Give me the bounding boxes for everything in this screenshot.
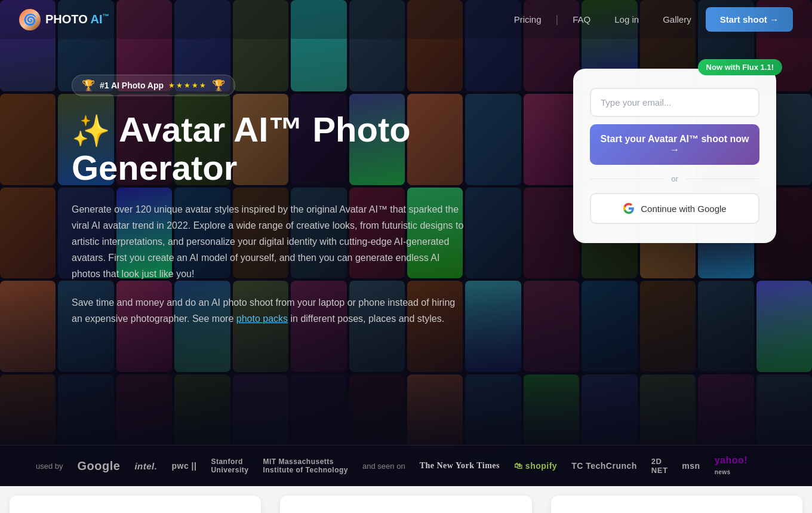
- hero-section: 🏆 #1 AI Photo App ★★★★★ 🏆 ✨ Avatar AI™ P…: [0, 39, 812, 445]
- trust-bar: used by Google intel. pwc || StanfordUni…: [0, 445, 812, 486]
- award-text: #1 AI Photo App: [100, 81, 164, 90]
- google-trust-logo: Google: [78, 459, 121, 473]
- navbar: 🌀 PHOTO AI™ Pricing | FAQ Log in Gallery…: [0, 0, 812, 39]
- yahoo-trust-logo: yahoo!news: [715, 455, 748, 477]
- intel-trust-logo: intel.: [134, 461, 157, 471]
- zdnet-trust-logo: 2DNET: [651, 457, 668, 475]
- seen-on-label: and seen on: [362, 462, 405, 471]
- google-button-label: Continue with Google: [641, 204, 726, 214]
- msn-trust-logo: msn: [682, 461, 700, 471]
- testimonial-text-3: ""Photo AI will be able to: [565, 510, 788, 513]
- sparkle-icon: ✨: [72, 113, 110, 148]
- award-badge: 🏆 #1 AI Photo App ★★★★★ 🏆: [72, 75, 235, 96]
- testimonial-card-3: ""Photo AI will be able to: [551, 496, 802, 513]
- google-logo-icon: [623, 202, 635, 214]
- testimonial-card-2: ""Photo AI can help content: [280, 496, 531, 513]
- nyt-trust-logo: The New York Times: [420, 461, 500, 471]
- trust-logos-seen: The New York Times 🛍 shopify TC TechCrun…: [420, 455, 748, 477]
- testimonial-text-2: ""Photo AI can help content: [294, 510, 517, 513]
- testimonials-section: ""Photo AI is making money by ""Photo AI…: [0, 486, 812, 513]
- stars: ★★★★★: [168, 81, 207, 90]
- laurel-left: 🏆: [82, 79, 95, 92]
- or-divider: or: [590, 174, 759, 183]
- testimonial-text-1: ""Photo AI is making money by: [24, 510, 247, 513]
- stanford-trust-logo: StanfordUniversity: [211, 457, 248, 474]
- hero-content: 🏆 #1 AI Photo App ★★★★★ 🏆 ✨ Avatar AI™ P…: [72, 63, 466, 327]
- hero-title: ✨ Avatar AI™ Photo Generator: [72, 110, 466, 187]
- testimonial-card-1: ""Photo AI is making money by: [10, 496, 261, 513]
- start-shoot-cta-button[interactable]: Start your Avatar AI™ shoot now →: [590, 124, 759, 165]
- nav-gallery[interactable]: Gallery: [653, 10, 701, 29]
- hero-description-2: Save time and money and do an AI photo s…: [72, 294, 466, 327]
- hero-description: Generate over 120 unique avatar styles i…: [72, 201, 466, 282]
- or-line-left: [590, 179, 664, 179]
- nav-links: Pricing | FAQ Log in Gallery Start shoot…: [505, 7, 793, 32]
- shopify-trust-logo: 🛍 shopify: [514, 461, 557, 471]
- flux-badge: Now with Flux 1.1!: [698, 59, 782, 75]
- techcrunch-trust-logo: TC TechCrunch: [571, 461, 637, 471]
- signup-card: Now with Flux 1.1! Start your Avatar AI™…: [573, 69, 776, 243]
- or-line-right: [685, 179, 759, 179]
- laurel-right: 🏆: [212, 79, 225, 92]
- mit-trust-logo: MIT MassachusettsInstitute of Technology: [263, 457, 348, 474]
- nav-sep-1: |: [556, 13, 559, 26]
- nav-pricing[interactable]: Pricing: [505, 10, 551, 29]
- photo-packs-link[interactable]: photo packs: [236, 314, 288, 324]
- logo-text: PHOTO AI™: [45, 13, 109, 26]
- email-input[interactable]: [590, 88, 759, 117]
- google-signin-button[interactable]: Continue with Google: [590, 193, 759, 224]
- logo[interactable]: 🌀 PHOTO AI™: [19, 9, 109, 30]
- logo-icon: 🌀: [19, 9, 41, 30]
- pwc-trust-logo: pwc ||: [171, 461, 196, 471]
- start-shoot-button[interactable]: Start shoot →: [706, 7, 793, 32]
- or-text: or: [671, 174, 678, 183]
- used-by-label: used by: [36, 462, 63, 471]
- nav-faq[interactable]: FAQ: [563, 10, 600, 29]
- trust-logos-used: Google intel. pwc || StanfordUniversity …: [78, 457, 349, 474]
- nav-login[interactable]: Log in: [605, 10, 648, 29]
